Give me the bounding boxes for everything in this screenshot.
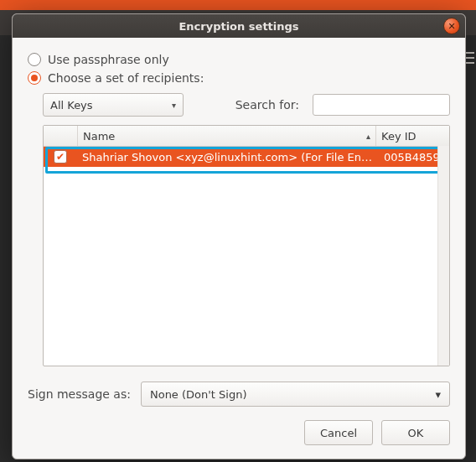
sign-label: Sign message as: [28,387,131,401]
ok-button[interactable]: OK [381,420,450,445]
sign-row: Sign message as: None (Don't Sign) ▾ [28,382,450,407]
column-label: Key ID [381,130,416,143]
button-label: Cancel [320,427,357,439]
radio-use-passphrase[interactable]: Use passphrase only [28,53,450,66]
dropdown-value: None (Don't Sign) [150,388,247,401]
column-name[interactable]: Name ▴ [78,126,376,146]
dialog-buttons: Cancel OK [28,420,450,445]
recipients-table: Name ▴ Key ID ✔ Shahriar Shovon <xyz@lin… [43,125,450,366]
table-header: Name ▴ Key ID [44,126,449,147]
column-checkbox[interactable] [44,126,78,146]
sign-message-dropdown[interactable]: None (Don't Sign) ▾ [141,382,450,407]
column-key-id[interactable]: Key ID [376,126,449,146]
radio-icon [28,53,41,66]
encryption-settings-dialog: Encryption settings ✕ Use passphrase onl… [12,13,466,459]
radio-label: Choose a set of recipients: [48,71,204,85]
close-icon: ✕ [448,22,455,31]
chevron-down-icon: ▾ [435,388,441,401]
row-name: Shahriar Shovon <xyz@linuxhint.com> (For… [77,151,379,164]
radio-label: Use passphrase only [48,53,169,66]
check-icon: ✔ [56,152,65,162]
close-button[interactable]: ✕ [443,18,460,34]
cancel-button[interactable]: Cancel [304,420,373,445]
window-title: Encryption settings [178,20,298,33]
sort-asc-icon: ▴ [366,132,370,141]
search-input[interactable] [313,94,450,116]
vertical-scrollbar[interactable] [437,146,449,366]
titlebar: Encryption settings ✕ [13,14,465,38]
dropdown-value: All Keys [50,99,93,112]
table-row[interactable]: ✔ Shahriar Shovon <xyz@linuxhint.com> (F… [44,147,449,167]
column-label: Name [83,130,115,143]
radio-icon [28,71,41,85]
chevron-down-icon: ▾ [172,101,176,110]
filter-row: All Keys ▾ Search for: [43,93,450,117]
radio-choose-recipients[interactable]: Choose a set of recipients: [28,71,450,85]
search-label: Search for: [235,98,299,112]
row-checkbox[interactable]: ✔ [54,150,67,164]
key-filter-dropdown[interactable]: All Keys ▾ [43,93,184,117]
button-label: OK [408,427,424,439]
